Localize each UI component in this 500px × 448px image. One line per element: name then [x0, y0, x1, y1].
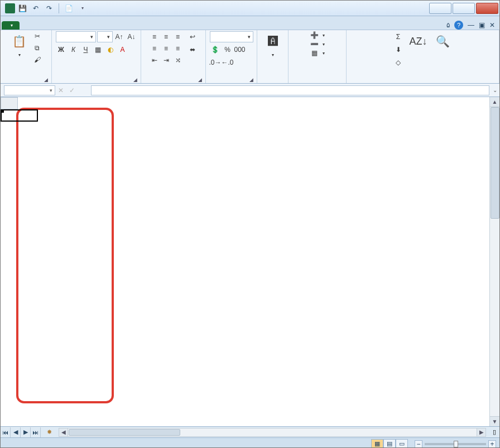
fx-cancel-icon: ✕: [55, 86, 66, 94]
paste-button[interactable]: 📋 ▾: [9, 31, 30, 59]
ribbon: ▾ ۵ ? — ▣ ✕ 📋 ▾ ✂ ⧉ 🖌: [1, 16, 499, 84]
redo-icon[interactable]: ↷: [44, 3, 54, 13]
window-close-button[interactable]: [476, 3, 498, 14]
indent-increase-icon[interactable]: ⇥: [161, 55, 172, 66]
vertical-scrollbar[interactable]: ▲ ▼: [489, 97, 499, 426]
align-top-icon[interactable]: ≡: [149, 31, 160, 42]
ribbon-tabs: ▾ ۵ ? — ▣ ✕: [1, 16, 499, 30]
new-sheet-icon[interactable]: ✸: [43, 428, 55, 436]
clipboard-icon: 📋: [11, 32, 28, 50]
formula-bar-expand-icon[interactable]: ⌄: [493, 87, 497, 93]
view-page-break-icon[interactable]: ▭: [396, 439, 408, 449]
border-icon[interactable]: ▦: [93, 44, 104, 55]
view-normal-icon[interactable]: ▦: [371, 439, 383, 449]
sheet-nav-last-icon[interactable]: ⏭: [31, 427, 41, 437]
wrap-text-icon[interactable]: ↩: [187, 31, 198, 42]
quick-access-toolbar: 💾 ↶ ↷ 📄: [17, 3, 87, 13]
clipboard-launcher-icon[interactable]: ◢: [44, 77, 48, 83]
align-left-icon[interactable]: ≡: [149, 43, 160, 54]
comma-icon[interactable]: 000: [234, 44, 246, 55]
font-name-combo[interactable]: ▾: [56, 31, 96, 42]
align-launcher-icon[interactable]: ◢: [198, 77, 202, 83]
zoom-slider[interactable]: [425, 443, 486, 445]
sort-filter-button[interactable]: AZ↓: [408, 31, 429, 52]
delete-icon: ➖: [310, 40, 319, 48]
delete-cells-button[interactable]: ➖▾: [310, 40, 325, 48]
styles-button[interactable]: 🅰 ▾: [263, 31, 283, 59]
percent-icon[interactable]: %: [222, 44, 233, 55]
align-bottom-icon[interactable]: ≡: [172, 31, 184, 42]
indent-decrease-icon[interactable]: ⇤: [149, 55, 160, 66]
format-painter-icon[interactable]: 🖌: [32, 55, 43, 65]
decrease-decimal-icon[interactable]: ←.0: [222, 57, 233, 68]
font-launcher-icon[interactable]: ◢: [133, 77, 137, 83]
scroll-down-icon[interactable]: ▼: [490, 416, 499, 426]
merge-center-icon[interactable]: ⬌: [187, 44, 198, 55]
sheet-nav-prev-icon[interactable]: ◀: [11, 427, 21, 437]
zoom-out-button[interactable]: −: [415, 440, 422, 448]
number-launcher-icon[interactable]: ◢: [249, 77, 253, 83]
qat-dropdown-icon[interactable]: [77, 3, 87, 13]
qat-custom-icon[interactable]: 📄: [64, 3, 74, 13]
clear-icon[interactable]: ◇: [393, 57, 404, 68]
fill-icon[interactable]: ⬇: [393, 44, 404, 55]
styles-icon: 🅰: [264, 32, 282, 50]
excel-icon: [5, 3, 15, 13]
window-titlebar: 💾 ↶ ↷ 📄: [1, 1, 499, 16]
fill-color-icon[interactable]: ◐: [105, 44, 116, 55]
sheet-nav-next-icon[interactable]: ▶: [21, 427, 31, 437]
italic-button[interactable]: К: [68, 44, 79, 55]
help-icon[interactable]: ?: [454, 21, 463, 30]
hscroll-thumb[interactable]: [69, 429, 180, 436]
font-size-combo[interactable]: ▾: [97, 31, 113, 42]
horizontal-scrollbar[interactable]: ◀ ▶: [59, 428, 486, 437]
formula-bar: ▾ ✕ ✓ ⌄: [1, 84, 499, 97]
status-bar: ▦ ▤ ▭ − +: [1, 437, 499, 448]
scroll-up-icon[interactable]: ▲: [490, 97, 499, 107]
find-select-button[interactable]: 🔍: [433, 31, 453, 52]
undo-icon[interactable]: ↶: [31, 3, 41, 13]
align-right-icon[interactable]: ≡: [172, 43, 184, 54]
format-icon: ▦: [310, 49, 319, 57]
split-handle-icon[interactable]: ▯: [489, 428, 499, 436]
fill-handle[interactable]: [1, 109, 4, 113]
scroll-left-icon[interactable]: ◀: [59, 428, 68, 436]
fx-enter-icon: ✓: [66, 86, 78, 94]
active-cell-cursor: [1, 109, 38, 122]
scroll-right-icon[interactable]: ▶: [477, 428, 485, 436]
bold-button[interactable]: Ж: [56, 44, 67, 55]
decrease-font-icon[interactable]: A↓: [126, 31, 137, 42]
formula-input[interactable]: [91, 85, 489, 95]
vscroll-thumb[interactable]: [491, 107, 499, 219]
select-all-button[interactable]: [1, 98, 18, 109]
increase-font-icon[interactable]: A↑: [114, 31, 125, 42]
highlight-annotation: [16, 108, 114, 403]
name-box[interactable]: ▾: [4, 85, 55, 95]
view-page-layout-icon[interactable]: ▤: [383, 439, 396, 449]
copy-icon[interactable]: ⧉: [32, 43, 43, 53]
sort-icon: AZ↓: [410, 32, 427, 50]
format-cells-button[interactable]: ▦▾: [310, 49, 325, 57]
save-icon[interactable]: 💾: [17, 3, 27, 13]
ribbon-minimize-icon[interactable]: ۵: [446, 21, 450, 29]
align-middle-icon[interactable]: ≡: [161, 31, 172, 42]
worksheet-grid[interactable]: ▲ ▼: [1, 97, 499, 426]
window-minimize-button[interactable]: [429, 3, 451, 14]
zoom-in-button[interactable]: +: [488, 440, 496, 448]
insert-cells-button[interactable]: ➕▾: [310, 31, 325, 39]
doc-restore-icon[interactable]: ▣: [479, 21, 485, 29]
tab-file[interactable]: ▾: [2, 21, 20, 30]
font-color-icon[interactable]: A: [117, 44, 128, 55]
increase-decimal-icon[interactable]: .0→: [210, 57, 221, 68]
number-format-combo[interactable]: ▾: [210, 31, 253, 42]
autosum-icon[interactable]: Σ: [393, 31, 404, 42]
align-center-icon[interactable]: ≡: [161, 43, 172, 54]
doc-minimize-icon[interactable]: —: [468, 21, 474, 29]
underline-button[interactable]: Ч: [80, 44, 92, 55]
window-maximize-button[interactable]: [453, 3, 475, 14]
doc-close-icon[interactable]: ✕: [489, 21, 495, 29]
sheet-nav-first-icon[interactable]: ⏮: [1, 427, 11, 437]
cut-icon[interactable]: ✂: [32, 31, 43, 41]
currency-icon[interactable]: 💲: [210, 44, 221, 55]
orientation-icon[interactable]: ⤭: [172, 55, 184, 66]
